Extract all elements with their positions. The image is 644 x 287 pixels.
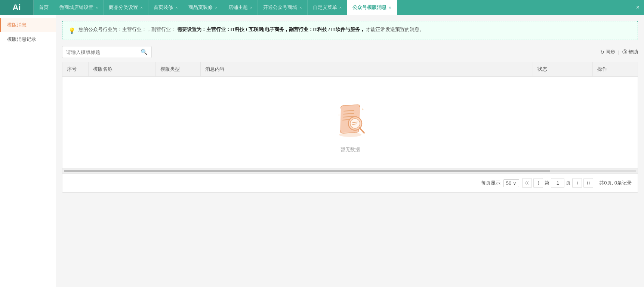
close-all-button[interactable]: × (632, 0, 644, 15)
nav-tab-label-5: 店铺主题 (228, 4, 248, 11)
nav-tab-1[interactable]: 微商城店铺设置× (54, 0, 104, 15)
nav-tab-5[interactable]: 店铺主题× (223, 0, 258, 15)
scrollbar[interactable] (62, 168, 638, 173)
nav-tab-close-5[interactable]: × (250, 5, 252, 10)
first-page-button[interactable]: ⟨⟨ (522, 178, 532, 188)
table-header: 序号 模版名称 模版类型 消息内容 状态 操作 (62, 62, 638, 77)
chevron-down-icon: ∨ (513, 180, 517, 186)
pagination: 每页显示 50 ∨ ⟨⟨ ⟨ 第 页 ⟩ ⟩⟩ 共0页, 0条记录 (62, 173, 638, 192)
col-status: 状态 (533, 62, 593, 76)
search-bar: 🔍 ↻ 同步 | ⓪ 帮助 (62, 46, 638, 58)
svg-line-7 (360, 128, 364, 133)
nav-tab-close-3[interactable]: × (175, 5, 178, 10)
sync-icon: ↻ (600, 49, 604, 55)
info-highlight: 需要设置为：主营行业：IT科技 / 互联网|电子商务，副营行业：IT科技 / I… (177, 27, 365, 32)
nav-tab-label-3: 首页装修 (154, 4, 173, 11)
sync-button[interactable]: ↻ 同步 (600, 49, 615, 55)
help-icon: ⓪ (622, 49, 627, 55)
svg-text:✦: ✦ (358, 104, 360, 106)
info-banner-text: 您的公众号行业为：主营行业：，副营行业： 需要设置为：主营行业：IT科技 / 互… (78, 26, 424, 34)
nav-tab-label-4: 商品页装修 (188, 4, 213, 11)
nav-tab-4[interactable]: 商品页装修× (183, 0, 223, 15)
sidebar-item-0[interactable]: 模版消息 (0, 18, 56, 32)
nav-tab-label-6: 开通公众号商城 (263, 4, 297, 11)
nav-tab-close-6[interactable]: × (299, 5, 302, 10)
nav-tab-close-2[interactable]: × (140, 5, 142, 10)
nav-tab-0[interactable]: 首页 (34, 0, 54, 15)
page-navigation: ⟨⟨ ⟨ 第 页 ⟩ ⟩⟩ (522, 178, 593, 188)
next-page-button[interactable]: ⟩ (572, 178, 582, 188)
top-nav: Ai 首页微商城店铺设置×商品分类设置×首页装修×商品页装修×店铺主题×开通公众… (0, 0, 644, 15)
page-size-value: 50 (506, 180, 511, 186)
last-page-button[interactable]: ⟩⟩ (583, 178, 593, 188)
empty-text: 暂无数据 (341, 146, 360, 153)
empty-state: ✦ ✦ ✦ 暂无数据 (62, 77, 638, 168)
nav-tab-label-1: 微商城店铺设置 (59, 4, 93, 11)
page-prefix: 第 (545, 180, 549, 186)
nav-tab-8[interactable]: 公众号模版消息× (347, 0, 397, 15)
nav-tab-3[interactable]: 首页装修× (148, 0, 183, 15)
svg-text:✦: ✦ (338, 114, 340, 116)
sync-label: 同步 (606, 49, 615, 55)
tip-icon: 💡 (68, 26, 76, 35)
col-name: 模版名称 (89, 62, 156, 76)
total-info: 共0页, 0条记录 (599, 180, 632, 186)
main-content: 💡 您的公众号行业为：主营行业：，副营行业： 需要设置为：主营行业：IT科技 /… (56, 15, 644, 287)
nav-tab-label-8: 公众号模版消息 (352, 4, 386, 11)
scrollbar-track (64, 170, 636, 172)
logo: Ai (0, 0, 34, 15)
nav-tab-close-7[interactable]: × (339, 5, 342, 10)
prev-page-button[interactable]: ⟨ (533, 178, 543, 188)
nav-tab-label-7: 自定义菜单 (313, 4, 337, 11)
col-action: 操作 (593, 62, 638, 76)
sidebar-item-1[interactable]: 模版消息记录 (0, 32, 56, 46)
nav-tab-label-0: 首页 (39, 4, 49, 11)
search-input[interactable] (62, 47, 137, 57)
layout: 模版消息模版消息记录 💡 您的公众号行业为：主营行业：，副营行业： 需要设置为：… (0, 15, 644, 287)
table: 序号 模版名称 模版类型 消息内容 状态 操作 (62, 62, 638, 193)
col-content: 消息内容 (201, 62, 533, 76)
page-size-select[interactable]: 50 ∨ (503, 179, 519, 187)
svg-point-6 (350, 119, 360, 128)
svg-text:✦: ✦ (361, 107, 364, 111)
empty-illustration: ✦ ✦ ✦ (330, 99, 371, 140)
nav-tab-2[interactable]: 商品分类设置× (104, 0, 148, 15)
col-type: 模版类型 (156, 62, 201, 76)
help-button[interactable]: ⓪ 帮助 (622, 49, 638, 55)
search-actions: ↻ 同步 | ⓪ 帮助 (600, 49, 638, 55)
page-size-label: 每页显示 (481, 180, 500, 186)
page-suffix: 页 (566, 180, 571, 186)
sidebar: 模版消息模版消息记录 (0, 15, 56, 287)
nav-tabs: 首页微商城店铺设置×商品分类设置×首页装修×商品页装修×店铺主题×开通公众号商城… (34, 0, 632, 15)
divider: | (618, 49, 619, 55)
col-index: 序号 (62, 62, 89, 76)
nav-tab-6[interactable]: 开通公众号商城× (258, 0, 307, 15)
help-label: 帮助 (628, 49, 638, 55)
nav-tab-7[interactable]: 自定义菜单× (308, 0, 347, 15)
nav-tab-label-2: 商品分类设置 (109, 4, 138, 11)
nav-tab-close-8[interactable]: × (389, 5, 391, 10)
info-banner: 💡 您的公众号行业为：主营行业：，副营行业： 需要设置为：主营行业：IT科技 /… (62, 21, 638, 40)
scrollbar-thumb (64, 170, 550, 172)
search-button[interactable]: 🔍 (137, 46, 151, 58)
page-input[interactable] (551, 178, 564, 188)
nav-tab-close-4[interactable]: × (215, 5, 217, 10)
nav-tab-close-1[interactable]: × (96, 5, 98, 10)
search-input-wrap: 🔍 (62, 46, 152, 58)
